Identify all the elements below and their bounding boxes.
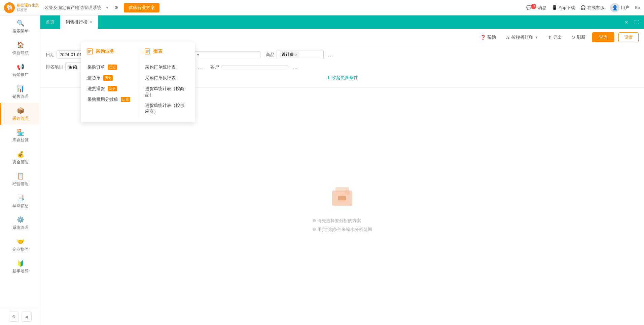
refresh-icon: ↻ [571,35,575,40]
purchase-section-icon [86,48,94,55]
help-label: 帮助 [487,34,496,40]
goods-tag-close[interactable]: ✕ [295,53,297,56]
help-btn[interactable]: ❓ 帮助 [477,33,499,42]
customer-filter: 客户 ... [210,63,300,71]
report-title-text: 报表 [153,48,163,54]
empty-svg [325,179,359,212]
purchase-title-text: 采购业务 [96,48,114,54]
sidebar: 🔍 搜索菜单 🏠 快捷导航 📢 营销推广 📊 销售管理 📦 采购管理 🏪 库存核… [0,15,40,325]
purchase-section-title: 采购业务 [86,48,133,58]
layout: 🔍 搜索菜单 🏠 快捷导航 📢 营销推广 📊 销售管理 📦 采购管理 🏪 库存核… [0,15,644,325]
top-nav: 畅 畅捷通好生意 标准版 装备及固定资产辅助管理系统 ▼ ⚙ 体验行业方案 💬 … [0,0,644,15]
user-action[interactable]: 👤 用户 [610,3,630,12]
headset-icon: 🎧 [580,5,586,10]
search-icon: 🔍 [17,19,24,27]
app-action[interactable]: 📱 App下载 [552,5,575,11]
status-select[interactable]: ▼ [193,51,260,58]
collapse-btn[interactable]: ⬆ 收起更多条件 [327,75,358,81]
print-arrow[interactable]: ▼ [535,35,538,39]
sidebar-label-enterprise: 企业协同 [12,247,29,252]
empty-tips: 请先选择要分析的方案 用[过滤]条件来缩小分析范围 [312,216,372,234]
message-badge: 9 [531,4,536,9]
logo-icon: 畅 [4,2,15,13]
purchase-stat-label: 采购订单统计表 [145,64,176,70]
menu-stock-stat-supplier[interactable]: 进货单统计表（按供应商） [144,100,190,117]
sidebar-collapse-btn[interactable]: ◀ [22,312,32,322]
status-arrow: ▼ [196,53,200,57]
tab-home[interactable]: 首页 [40,15,60,29]
industry-btn[interactable]: 体验行业方案 [124,3,159,12]
refresh-label: 刷新 [577,34,585,40]
menu-purchase-exec[interactable]: 采购订单执行表 [144,73,190,83]
goods-select[interactable]: 设计费 ✕ [277,50,324,59]
service-label: 在线客服 [587,5,605,11]
menu-purchase-stat[interactable]: 采购订单统计表 [144,62,190,73]
purchase-order-history: 历史 [108,65,117,70]
stock-in-label: 进货单 [87,75,101,81]
menu-purchase-order[interactable]: 采购订单 历史 [86,62,133,73]
megaphone-icon: 📢 [17,63,24,71]
app-label: App下载 [559,5,575,11]
sidebar-item-operations[interactable]: 📋 经营管理 [0,168,40,190]
svg-rect-9 [145,49,150,54]
menu-stock-in[interactable]: 进货单 历史 [86,73,133,83]
sidebar-item-basicinfo[interactable]: 📑 基础信息 [0,190,40,212]
query-button[interactable]: 查询 [592,32,614,42]
avatar: 👤 [610,3,619,12]
logo-sub: 标准版 [17,8,39,12]
sidebar-item-guide[interactable]: 🔰 新手引导 [0,256,40,278]
settings-icon-btn[interactable]: ⚙ [112,3,121,12]
empty-state: 请先选择要分析的方案 用[过滤]条件来缩小分析范围 [40,88,644,325]
sidebar-item-marketing[interactable]: 📢 营销推广 [0,59,40,81]
help-icon: ❓ [480,35,486,40]
sidebar-item-search[interactable]: 🔍 搜索菜单 [0,15,40,37]
sidebar-item-inventory[interactable]: 🏪 库存核算 [0,125,40,147]
print-btn[interactable]: 🖨 按模板打印 ▼ [503,33,541,42]
tab-rank[interactable]: 销售排行榜 ✕ [60,15,98,29]
export-btn[interactable]: ⬆ 导出 [545,33,565,42]
system-dropdown-arrow[interactable]: ▼ [105,6,109,10]
stock-return-history: 历史 [108,86,117,91]
stock-in-history: 历史 [103,75,113,81]
customer-label: 客户 [210,64,219,70]
tab-rank-label: 销售排行榜 [66,19,87,25]
tab-fullscreen-btn[interactable]: ⛶ [632,17,641,27]
goods-dots[interactable]: ... [326,51,335,58]
date-label: 日期 [46,52,55,58]
refresh-btn[interactable]: ↻ 刷新 [569,33,588,42]
gear-icon: ⚙️ [17,216,24,224]
home-icon: 🏠 [17,41,24,49]
sidebar-item-enterprise[interactable]: 🤝 企业协同 [0,234,40,256]
sidebar-label-search: 搜索菜单 [12,28,29,34]
set-button[interactable]: 设置 [618,32,639,42]
sidebar-settings-btn[interactable]: ⚙ [9,312,19,322]
logo-text: 畅捷通好生意 [17,3,39,7]
purchase-order-label: 采购订单 [87,64,105,70]
ea-text: Ea [635,5,640,10]
export-label: 导出 [553,34,562,40]
menu-stock-stat-goods[interactable]: 进货单统计表（按商品） [144,83,190,100]
message-label: 消息 [538,5,546,11]
salesman-dots[interactable]: ... [195,63,205,71]
sidebar-item-purchase[interactable]: 📦 采购管理 [0,103,40,125]
sidebar-item-system[interactable]: ⚙️ 系统管理 [0,212,40,234]
message-action[interactable]: 💬 9 消息 [526,5,546,11]
sidebar-item-sales[interactable]: 📊 销售管理 [0,81,40,103]
sidebar-item-quicknav[interactable]: 🏠 快捷导航 [0,37,40,59]
sidebar-item-finance[interactable]: 💰 资金管理 [0,147,40,168]
menu-stock-return[interactable]: 进货退货 历史 [86,83,133,94]
clipboard-icon: 📋 [17,172,24,180]
menu-purchase-cost[interactable]: 采购费用分摊单 历史 [86,94,133,105]
goods-tag-text: 设计费 [282,52,294,57]
tab-rank-close[interactable]: ✕ [90,20,93,25]
tab-close-all-btn[interactable]: ✕ [622,17,631,27]
customer-select[interactable] [221,66,288,68]
customer-dots[interactable]: ... [290,63,300,71]
top-nav-right: 💬 9 消息 📱 App下载 🎧 在线客服 👤 用户 Ea [526,3,640,12]
export-icon: ⬆ [548,35,552,40]
service-action[interactable]: 🎧 在线客服 [580,5,605,11]
collapse-label: 收起更多条件 [332,75,358,81]
report-col: 报表 采购订单统计表 采购订单执行表 进货单统计表（按商品） 进货单统计表（按供 [138,48,195,117]
purchase-cost-label: 采购费用分摊单 [87,96,118,103]
sidebar-label-purchase: 采购管理 [12,116,29,121]
